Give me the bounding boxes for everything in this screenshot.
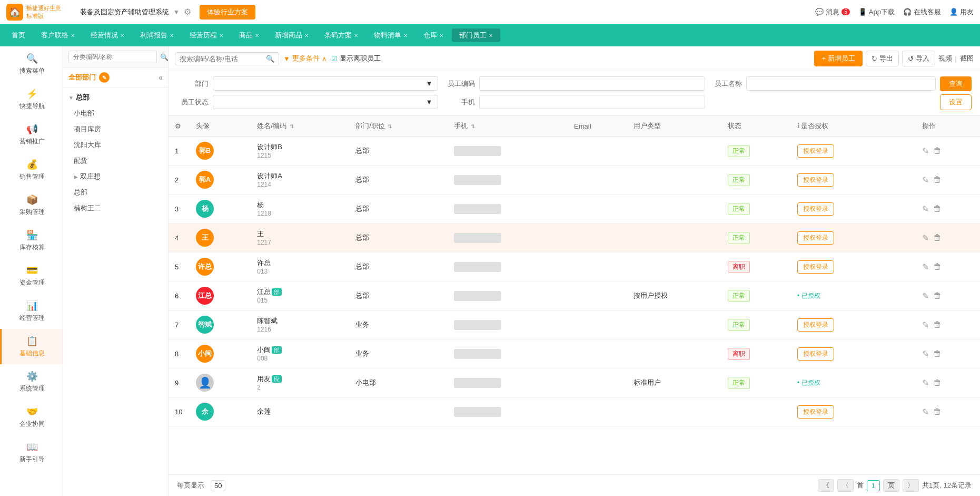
tab-new-goods[interactable]: 新增商品 ✕ xyxy=(268,28,316,42)
first-page-btn[interactable]: 《 xyxy=(818,479,834,492)
dept-edit-icon[interactable]: ✎ xyxy=(99,72,110,83)
dept-collapse-btn[interactable]: « xyxy=(159,73,163,82)
dept-node-zongbu2[interactable]: 总部 xyxy=(63,184,168,200)
dept-all-label[interactable]: 全部部门 ✎ « xyxy=(63,68,168,87)
show-leave-check[interactable]: ☑ 显示离职员工 xyxy=(331,54,381,63)
phone-input[interactable] xyxy=(479,95,705,109)
tab-barcode[interactable]: 条码方案 ✕ xyxy=(317,28,365,42)
delete-button[interactable]: 🗑 xyxy=(933,407,942,417)
sidebar-item-cooperation[interactable]: 🤝 企业协同 xyxy=(0,400,63,435)
online-service-item[interactable]: 🎧 在线客服 xyxy=(903,7,941,17)
edit-button[interactable]: ✎ xyxy=(922,407,929,417)
view-button[interactable]: 视频 xyxy=(938,54,952,63)
employee-search-input[interactable] xyxy=(180,55,264,63)
auth-login-button[interactable]: 授权登录 xyxy=(797,144,834,158)
query-button[interactable]: 查询 xyxy=(940,76,972,91)
last-page-btn[interactable]: 〉 xyxy=(903,479,919,492)
edit-button[interactable]: ✎ xyxy=(922,291,929,301)
col-dept[interactable]: 部门/职位 ⇅ xyxy=(349,116,448,137)
edit-button[interactable]: ✎ xyxy=(922,262,929,272)
trial-button[interactable]: 体验行业方案 xyxy=(200,5,255,20)
dept-search-icon[interactable]: 🔍 xyxy=(160,53,169,61)
tab-goods[interactable]: 商品 ✕ xyxy=(232,28,266,42)
current-page[interactable]: 1 xyxy=(867,480,880,491)
more-conditions-btn[interactable]: ▼ 更多条件 ∧ xyxy=(283,54,327,63)
export-button[interactable]: ↻ 导出 xyxy=(866,51,899,66)
sidebar-item-search[interactable]: 🔍 搜索菜单 xyxy=(0,46,63,82)
edit-button[interactable]: ✎ xyxy=(922,233,929,243)
edit-button[interactable]: ✎ xyxy=(922,378,929,388)
close-icon[interactable]: ✕ xyxy=(170,33,174,38)
auth-login-button[interactable]: 授权登录 xyxy=(797,405,834,419)
edit-button[interactable]: ✎ xyxy=(922,204,929,214)
delete-button[interactable]: 🗑 xyxy=(933,146,942,156)
close-icon[interactable]: ✕ xyxy=(304,33,309,38)
gear-icon[interactable]: ⚙ xyxy=(184,7,191,17)
sidebar-item-system[interactable]: ⚙️ 系统管理 xyxy=(0,364,63,400)
dept-node-shuangzhuang[interactable]: ▶ 双庄想 xyxy=(63,169,168,184)
edit-button[interactable]: ✎ xyxy=(922,349,929,359)
delete-button[interactable]: 🗑 xyxy=(933,320,942,330)
import-button[interactable]: ↺ 导入 xyxy=(902,51,935,66)
sidebar-item-purchase[interactable]: 📦 采购管理 xyxy=(0,188,63,223)
sidebar-item-basic-info[interactable]: 📋 基础信息 xyxy=(0,329,63,364)
user-item[interactable]: 👤 用友 xyxy=(949,7,974,17)
prev-page-btn[interactable]: 〈 xyxy=(837,479,854,492)
edit-button[interactable]: ✎ xyxy=(922,320,929,330)
delete-button[interactable]: 🗑 xyxy=(933,233,942,243)
auth-login-button[interactable]: 授权登录 xyxy=(797,202,834,216)
dept-search-input[interactable] xyxy=(68,51,157,63)
close-icon[interactable]: ✕ xyxy=(489,33,493,38)
close-icon[interactable]: ✕ xyxy=(120,33,124,38)
tab-warehouse[interactable]: 仓库 ✕ xyxy=(416,28,451,42)
dept-node-nanshu[interactable]: 楠树王二 xyxy=(63,200,168,216)
close-icon[interactable]: ✕ xyxy=(255,33,259,38)
tab-history[interactable]: 经营历程 ✕ xyxy=(182,28,231,42)
tab-home[interactable]: 首页 xyxy=(4,28,33,42)
dept-node-shenyang[interactable]: 沈阳大库 xyxy=(63,137,168,153)
col-phone[interactable]: 手机 ⇅ xyxy=(448,116,568,137)
next-page-btn[interactable]: 页 xyxy=(883,479,899,492)
dept-filter-select[interactable]: ▼ xyxy=(213,76,438,91)
auth-login-button[interactable]: 授权登录 xyxy=(797,173,834,187)
sidebar-item-finance[interactable]: 💳 资金管理 xyxy=(0,258,63,294)
reset-button[interactable]: 设置 xyxy=(940,94,972,110)
col-settings[interactable]: ⚙ xyxy=(169,116,190,137)
close-icon[interactable]: ✕ xyxy=(403,33,408,38)
tab-customer[interactable]: 客户联络 ✕ xyxy=(34,28,82,42)
edit-button[interactable]: ✎ xyxy=(922,175,929,185)
auth-login-button[interactable]: 授权登录 xyxy=(797,231,834,245)
delete-button[interactable]: 🗑 xyxy=(933,349,942,359)
tab-department[interactable]: 部门员工 ✕ xyxy=(452,28,500,42)
close-icon[interactable]: ✕ xyxy=(439,33,443,38)
emp-status-select[interactable]: ▼ xyxy=(213,95,438,109)
auth-login-button[interactable]: 授权登录 xyxy=(797,347,834,361)
sidebar-item-sales[interactable]: 💰 销售管理 xyxy=(0,152,63,188)
close-icon[interactable]: ✕ xyxy=(354,33,358,38)
message-item[interactable]: 💬 消息 5 xyxy=(815,7,850,17)
delete-button[interactable]: 🗑 xyxy=(933,204,942,214)
tab-materials[interactable]: 物料清单 ✕ xyxy=(367,28,415,42)
sidebar-item-inventory[interactable]: 🏪 库存核算 xyxy=(0,223,63,258)
dept-node-xiangmu[interactable]: 项目库房 xyxy=(63,121,168,137)
dept-node-zongbu[interactable]: ▼ 总部 xyxy=(63,90,168,105)
app-download-item[interactable]: 📱 App下载 xyxy=(858,7,895,17)
sidebar-item-quick-nav[interactable]: ⚡ 快捷导航 xyxy=(0,82,63,117)
emp-code-input[interactable] xyxy=(479,76,705,91)
auth-login-button[interactable]: 授权登录 xyxy=(797,318,834,332)
close-icon[interactable]: ✕ xyxy=(219,33,223,38)
delete-button[interactable]: 🗑 xyxy=(933,175,942,185)
tab-profit[interactable]: 利润报告 ✕ xyxy=(133,28,181,42)
edit-button[interactable]: ✎ xyxy=(922,146,929,156)
delete-button[interactable]: 🗑 xyxy=(933,291,942,301)
sidebar-item-guide[interactable]: 📖 新手引导 xyxy=(0,435,63,470)
page-size-value[interactable]: 50 xyxy=(211,480,225,491)
add-employee-button[interactable]: + 新增员工 xyxy=(814,51,862,66)
dept-node-xiaodian[interactable]: 小电部 xyxy=(63,105,168,121)
delete-button[interactable]: 🗑 xyxy=(933,262,942,272)
delete-button[interactable]: 🗑 xyxy=(933,378,942,388)
dept-node-peihuo[interactable]: 配货 xyxy=(63,153,168,169)
emp-name-input[interactable] xyxy=(746,76,936,91)
auth-login-button[interactable]: 授权登录 xyxy=(797,260,834,274)
screenshot-button[interactable]: 截图 xyxy=(960,54,974,63)
